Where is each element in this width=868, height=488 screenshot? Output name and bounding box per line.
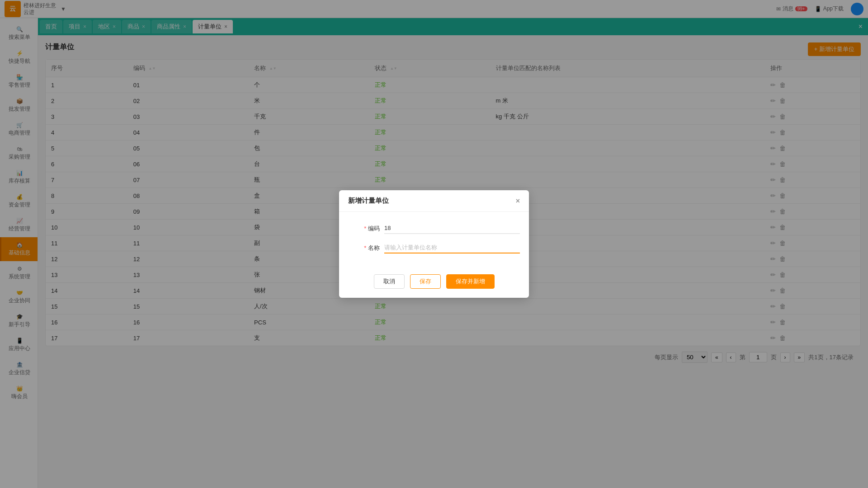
cancel-button[interactable]: 取消 (374, 274, 405, 289)
name-label: * 名称 (348, 244, 380, 252)
save-add-button[interactable]: 保存并新增 (446, 274, 495, 289)
form-row-name: * 名称 (348, 242, 520, 253)
modal-footer: 取消 保存 保存并新增 (339, 269, 529, 298)
code-label: * 编码 (348, 225, 380, 233)
modal-title: 新增计量单位 (348, 197, 389, 205)
add-unit-modal: 新增计量单位 × * 编码 * 名称 取消 保存 保存并新增 (339, 190, 529, 298)
modal-overlay[interactable]: 新增计量单位 × * 编码 * 名称 取消 保存 保存并新增 (0, 0, 868, 488)
name-required-mark: * (364, 244, 366, 251)
save-button[interactable]: 保存 (410, 274, 441, 289)
form-row-code: * 编码 (348, 223, 520, 234)
modal-close-button[interactable]: × (516, 197, 520, 205)
modal-header: 新增计量单位 × (339, 190, 529, 212)
name-input[interactable] (384, 242, 520, 253)
code-required-mark: * (364, 225, 366, 232)
code-input[interactable] (384, 223, 520, 234)
modal-body: * 编码 * 名称 (339, 212, 529, 269)
